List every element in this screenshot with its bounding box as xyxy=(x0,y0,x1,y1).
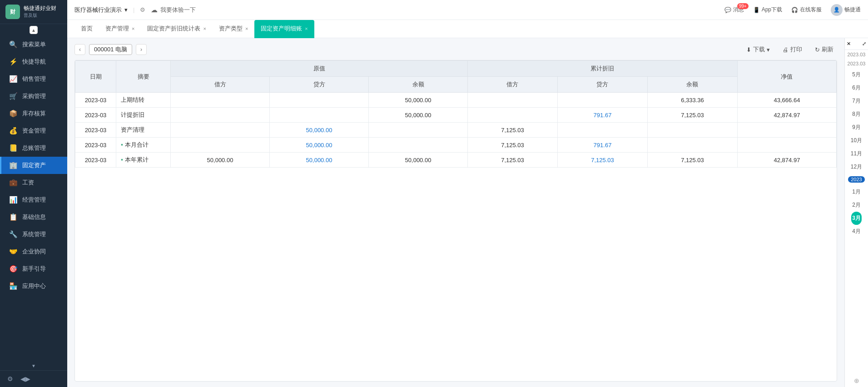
cell-orig-balance: 50,000.00 xyxy=(369,153,468,168)
timeline-month-11月[interactable]: 11月 xyxy=(850,147,863,160)
cell-accum-debit xyxy=(468,108,558,123)
timeline-month-4月[interactable]: 4月 xyxy=(851,225,862,238)
cell-net-value: 42,874.97 xyxy=(737,153,836,168)
timeline-month-12月[interactable]: 12月 xyxy=(850,160,863,174)
sidebar-item-payroll[interactable]: 💼 工资 xyxy=(0,174,67,191)
cell-orig-debit xyxy=(171,93,270,108)
timeline-month-10月[interactable]: 10月 xyxy=(850,134,863,147)
timeline-expand-icon[interactable]: ⤢ xyxy=(862,41,866,47)
cell-date: 2023-03 xyxy=(75,93,116,108)
timeline-month-7月[interactable]: 7月 xyxy=(850,94,863,108)
sidebar-item-sales[interactable]: 📈 销售管理 xyxy=(0,70,67,88)
download-label: 下载 xyxy=(753,45,765,54)
timeline-month-5月[interactable]: 5月 xyxy=(850,68,863,81)
cell-orig-balance xyxy=(369,123,468,138)
table-row: 2023-03 计提折旧 50,000.00 791.67 7,125.03 4… xyxy=(75,108,837,123)
sidebar-label-fixed-asset: 固定资产 xyxy=(22,161,46,169)
sidebar-item-ledger[interactable]: 📒 总账管理 xyxy=(0,139,67,157)
settings-icon[interactable]: ⚙ xyxy=(7,375,13,382)
cell-accum-balance xyxy=(647,138,737,153)
sidebar-icon-purchase: 🛒 xyxy=(9,92,18,100)
timeline-month-8月[interactable]: 8月 xyxy=(850,108,863,121)
tab-asset-detail[interactable]: 固定资产明细账× xyxy=(254,20,314,38)
sidebar-item-guide[interactable]: 🎯 新手引导 xyxy=(0,260,67,278)
year-badge: 2023 xyxy=(848,176,864,183)
sidebar-item-system[interactable]: 🔧 系统管理 xyxy=(0,226,67,243)
tab-label-asset-type: 资产类型 xyxy=(219,25,243,33)
th-accumulated-depreciation: 累计折旧 xyxy=(468,61,738,77)
timeline-month-2月[interactable]: 2月 xyxy=(851,198,862,212)
sidebar-item-app-center[interactable]: 🏪 应用中心 xyxy=(0,278,67,295)
sidebar-icon-inventory: 📦 xyxy=(9,109,18,118)
timeline-month-6月[interactable]: 6月 xyxy=(850,81,863,94)
cell-net-value: 43,666.64 xyxy=(737,93,836,108)
timeline-down-btn[interactable]: ⊕ xyxy=(851,374,862,387)
settings-btn[interactable]: ⚙ xyxy=(140,6,145,13)
sidebar-icon-operation: 📊 xyxy=(9,196,18,204)
timeline-month-3月[interactable]: 3月 xyxy=(851,212,862,225)
sidebar-item-cooperation[interactable]: 🤝 企业协同 xyxy=(0,243,67,260)
refresh-icon: ↻ xyxy=(815,46,820,53)
user-name: 畅捷通 xyxy=(844,6,861,14)
tab-asset-mgmt[interactable]: 资产管理× xyxy=(99,20,141,38)
sidebar-scroll-down-btn[interactable]: ▼ xyxy=(0,362,67,370)
sidebar-icon-payroll: 💼 xyxy=(9,179,18,187)
timeline-date2: 2023.03 xyxy=(845,59,868,68)
print-btn[interactable]: 🖨 打印 xyxy=(779,44,806,55)
sidebar-item-quick-nav[interactable]: ⚡ 快捷导航 xyxy=(0,53,67,70)
company-name: 医疗器械行业演示 xyxy=(74,6,122,14)
sidebar-label-operation: 经营管理 xyxy=(22,196,46,204)
tab-close-asset-detail[interactable]: × xyxy=(305,26,308,31)
sidebar-label-fund: 资金管理 xyxy=(22,127,46,135)
collapse-icon[interactable]: ◀▶ xyxy=(20,375,30,382)
next-asset-btn[interactable]: › xyxy=(136,44,147,55)
th-accum-balance: 余额 xyxy=(647,77,737,93)
timeline-year-2023[interactable]: 2023 xyxy=(845,174,868,185)
user-menu[interactable]: 👤 畅捷通 xyxy=(831,4,861,16)
customer-service-btn[interactable]: 🎧 在线客服 xyxy=(791,6,822,14)
sidebar-item-purchase[interactable]: 🛒 采购管理 xyxy=(0,88,67,105)
message-btn[interactable]: 💬 消息 99+ xyxy=(724,6,744,14)
app-download-label: App下载 xyxy=(762,6,782,14)
tab-close-asset-type[interactable]: × xyxy=(245,26,248,31)
cell-net-value xyxy=(737,138,836,153)
sidebar-label-guide: 新手引导 xyxy=(22,265,46,273)
main-area: 医疗器械行业演示 ▾ | ⚙ ☁ 我要体验一下 💬 消息 99+ 📱 App下载… xyxy=(67,0,868,387)
tab-depreciation-stat[interactable]: 固定资产折旧统计表× xyxy=(141,20,212,38)
asset-code-badge: 000001 电脑 xyxy=(89,44,132,55)
sidebar-logo: 财 畅捷通好业财 普及版 xyxy=(0,0,67,24)
cell-accum-credit xyxy=(557,93,647,108)
prev-asset-btn[interactable]: ‹ xyxy=(74,44,85,55)
sidebar-item-basic-info[interactable]: 📋 基础信息 xyxy=(0,208,67,226)
tab-close-asset-mgmt[interactable]: × xyxy=(132,26,134,31)
sidebar-item-fixed-asset[interactable]: 🏢 固定资产 xyxy=(0,157,67,174)
timeline-month-1月[interactable]: 1月 xyxy=(851,185,862,198)
fa-detail-page: ‹ 000001 电脑 › ⬇ 下载 ▾ 🖨 打印 xyxy=(67,38,868,387)
sidebar-label-system: 系统管理 xyxy=(22,230,46,238)
app-download-btn[interactable]: 📱 App下载 xyxy=(753,6,782,14)
cell-accum-balance: 7,125.03 xyxy=(647,153,737,168)
tab-label-depreciation-stat: 固定资产折旧统计表 xyxy=(147,25,200,33)
sidebar-label-app-center: 应用中心 xyxy=(22,282,46,290)
sidebar-label-cooperation: 企业协同 xyxy=(22,248,46,256)
timeline-panel: ✕ ⤢ 2023.03 2023.03 5月6月7月8月9月10月11月12月 … xyxy=(844,38,868,387)
sidebar-item-operation[interactable]: 📊 经营管理 xyxy=(0,191,67,208)
sidebar-item-search[interactable]: 🔍 搜索菜单 xyxy=(0,36,67,53)
tab-asset-type[interactable]: 资产类型× xyxy=(213,20,254,38)
tab-home[interactable]: 首页 xyxy=(74,20,99,38)
sidebar-scroll-up[interactable]: ▲ xyxy=(30,26,38,34)
sidebar-icon-basic-info: 📋 xyxy=(9,213,18,221)
refresh-btn[interactable]: ↻ 刷新 xyxy=(811,44,837,55)
message-badge: 99+ xyxy=(737,3,749,9)
download-btn[interactable]: ⬇ 下载 ▾ xyxy=(743,44,774,55)
sidebar-item-inventory[interactable]: 📦 库存核算 xyxy=(0,105,67,122)
tab-close-depreciation-stat[interactable]: × xyxy=(203,26,206,31)
experience-btn[interactable]: ☁ 我要体验一下 xyxy=(151,6,196,14)
th-orig-credit: 贷方 xyxy=(270,77,369,93)
sidebar-label-sales: 销售管理 xyxy=(22,75,46,83)
th-orig-debit: 借方 xyxy=(171,77,270,93)
sidebar-item-fund[interactable]: 💰 资金管理 xyxy=(0,122,67,139)
timeline-month-9月[interactable]: 9月 xyxy=(850,121,863,134)
timeline-close-icon[interactable]: ✕ xyxy=(847,41,851,47)
company-selector[interactable]: 医疗器械行业演示 ▾ xyxy=(74,6,128,14)
